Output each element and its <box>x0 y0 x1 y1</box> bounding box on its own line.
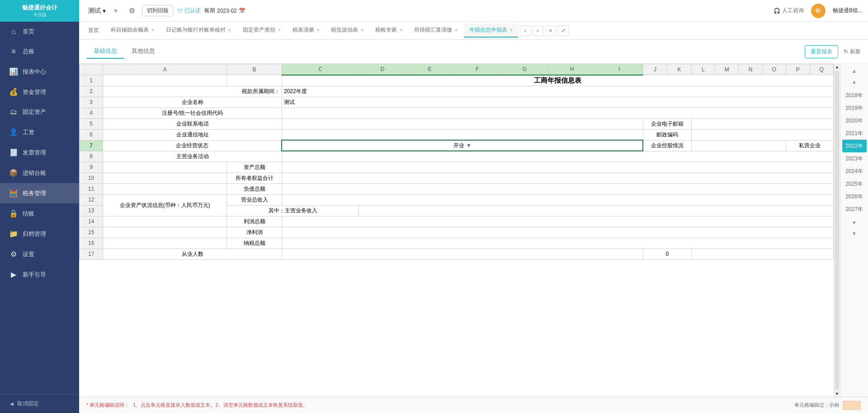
tab-close-icon[interactable]: × <box>151 28 154 33</box>
cell-8b[interactable] <box>282 151 833 162</box>
col-header-c[interactable]: C <box>282 64 359 75</box>
sidebar-item-checkout[interactable]: 🔒 结账 <box>0 203 79 224</box>
tab-tax-expert[interactable]: 税检专家 × <box>370 23 408 38</box>
tab-tax-fluctuation[interactable]: 税负波动表 × <box>326 23 369 38</box>
dropdown-arrow-icon[interactable]: ▼ <box>466 142 472 149</box>
reset-report-button[interactable]: 重置报表 <box>805 45 838 58</box>
col-header-b[interactable]: B <box>227 64 282 75</box>
cell-9a[interactable] <box>103 162 227 173</box>
cell-7j[interactable]: 企业控股情况 <box>643 140 691 151</box>
tab-close-icon[interactable]: × <box>317 28 320 33</box>
cell-7k[interactable] <box>691 140 786 151</box>
sidebar-item-report[interactable]: 📊 报表中心 <box>0 61 79 82</box>
cell-12b[interactable]: 营业总收入 <box>227 194 282 205</box>
tab-tax-form[interactable]: 税表清册 × <box>287 23 325 38</box>
cell-4a[interactable]: 注册号/统一社会信用代码 <box>103 108 282 118</box>
tab-asset-cat[interactable]: 固定资产类别 × <box>237 23 286 38</box>
cell-14b[interactable]: 利润总额 <box>227 216 282 227</box>
col-header-j[interactable]: J <box>643 64 667 75</box>
col-header-k[interactable]: K <box>667 64 691 75</box>
tab-other-info[interactable]: 其他信息 <box>124 44 162 59</box>
col-header-i[interactable]: I <box>596 64 643 75</box>
col-header-g[interactable]: G <box>501 64 548 75</box>
cell-17a[interactable]: 从业人数 <box>103 249 282 259</box>
col-header-e[interactable]: E <box>406 64 453 75</box>
cell-16a[interactable] <box>103 238 227 249</box>
cell-2b[interactable]: 2022年度 <box>282 86 833 97</box>
sidebar-item-fund[interactable]: 💰 资金管理 <box>0 82 79 102</box>
cell-5b[interactable] <box>282 118 643 129</box>
cell-6k[interactable] <box>691 129 833 140</box>
cell-10a[interactable] <box>103 173 227 183</box>
cell-9b[interactable]: 资产总额 <box>227 162 282 173</box>
add-workspace-button[interactable]: + <box>109 5 122 17</box>
cell-13c[interactable] <box>359 205 834 216</box>
tab-close-icon[interactable]: × <box>455 28 458 33</box>
sidebar-item-settings[interactable]: ⚙ 设置 <box>0 244 79 264</box>
tab-close-icon[interactable]: × <box>400 28 402 33</box>
col-header-m[interactable]: M <box>715 64 738 75</box>
col-header-n[interactable]: N <box>739 64 762 75</box>
year-item-2019[interactable]: 2019年 <box>842 102 867 114</box>
cell-12c[interactable] <box>282 194 833 205</box>
col-header-d[interactable]: D <box>359 64 406 75</box>
cell-11c[interactable] <box>282 183 833 194</box>
cell-17k[interactable] <box>691 249 833 259</box>
sidebar-item-archive[interactable]: 📁 归档管理 <box>0 224 79 244</box>
sidebar-item-invoice[interactable]: 🧾 发票管理 <box>0 142 79 163</box>
year-item-2020[interactable]: 2020年 <box>842 114 867 127</box>
cell-7c-selected[interactable]: 开业 ▼ <box>282 140 643 151</box>
tab-close-all-button[interactable]: × <box>545 25 556 36</box>
sidebar-item-asset[interactable]: 🗂 固定资产 <box>0 102 79 122</box>
year-nav-up[interactable]: ▲ <box>849 66 860 76</box>
col-header-f[interactable]: F <box>453 64 501 75</box>
year-item-2027[interactable]: 2027年 <box>842 203 867 216</box>
sidebar-item-guide[interactable]: ▶ 新手引导 <box>0 264 79 285</box>
scroll-up-button[interactable]: ▲ <box>834 64 840 70</box>
cell-14a[interactable] <box>103 216 227 227</box>
year-nav-down[interactable]: ▼ <box>849 217 860 228</box>
sidebar-item-tax[interactable]: 🧮 税务管理 <box>0 183 79 203</box>
cell-6j[interactable]: 邮政编码 <box>643 129 691 140</box>
cell-9c[interactable] <box>282 162 833 173</box>
cell-1b[interactable] <box>227 75 282 86</box>
tab-expand-button[interactable]: ⤢ <box>558 25 569 36</box>
year-item-2025[interactable]: 2025年 <box>842 178 867 190</box>
cell-10c[interactable] <box>282 173 833 183</box>
tab-annual-report[interactable]: 年报信息申报表 × <box>464 23 518 38</box>
cell-6a[interactable]: 企业通信地址 <box>103 129 282 140</box>
tab-basic-info[interactable]: 基础信息 <box>86 44 124 59</box>
cell-16b[interactable]: 纳税总额 <box>227 238 282 249</box>
year-nav-up2[interactable]: ▲ <box>849 76 860 87</box>
settings-icon[interactable]: ⚙ <box>126 5 138 17</box>
tab-close-icon[interactable]: × <box>510 28 513 33</box>
cell-1a[interactable] <box>103 75 227 86</box>
dropdown-field[interactable]: 开业 ▼ <box>282 142 642 150</box>
col-header-q[interactable]: Q <box>810 64 833 75</box>
sidebar-item-salary[interactable]: 👤 工资 <box>0 122 79 142</box>
sidebar-item-home[interactable]: ⌂ 首页 <box>0 22 79 42</box>
cell-5k[interactable] <box>691 118 833 129</box>
cell-16c[interactable] <box>282 238 833 249</box>
tab-next-button[interactable]: › <box>533 25 543 36</box>
sidebar-item-purchase[interactable]: 📦 进销台账 <box>0 163 79 183</box>
cell-8a[interactable]: 主营业务活动 <box>103 151 282 162</box>
tab-prev-button[interactable]: ‹ <box>520 25 531 36</box>
cell-17b[interactable] <box>282 249 643 259</box>
year-item-2023[interactable]: 2023年 <box>842 152 867 165</box>
calendar-icon[interactable]: 📅 <box>239 8 245 14</box>
cell-3a[interactable]: 企业名称 <box>103 97 282 108</box>
workspace-selector[interactable]: 测试 ▾ <box>88 7 106 15</box>
user-service-button[interactable]: 🎧 人工咨询 <box>774 7 804 14</box>
cell-15c[interactable] <box>282 227 833 238</box>
tab-close-icon[interactable]: × <box>278 28 281 33</box>
cell-4b[interactable] <box>282 108 833 118</box>
year-nav-down2[interactable]: ▼ <box>849 228 860 239</box>
old-version-button[interactable]: 切到旧版 <box>142 5 174 16</box>
cell-17j[interactable]: 0 <box>643 249 691 259</box>
cell-11a[interactable] <box>103 183 227 194</box>
col-header-a[interactable]: A <box>103 64 227 75</box>
cell-14c[interactable] <box>282 216 833 227</box>
cell-12a[interactable]: 企业资产状况信息(币种：人民币万元) <box>103 194 227 216</box>
cell-5j[interactable]: 企业电子邮箱 <box>643 118 691 129</box>
